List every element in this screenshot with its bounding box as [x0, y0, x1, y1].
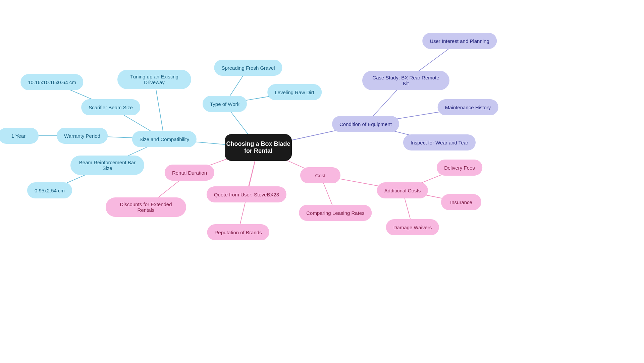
node-quote: Quote from User: SteveBX23: [207, 186, 286, 202]
node-warranty: Warranty Period: [57, 128, 108, 144]
node-size-compat: Size and Compatibility: [132, 131, 197, 147]
node-dim2: 0.95x2.54 cm: [27, 182, 72, 198]
node-yr1: 1 Year: [0, 128, 39, 144]
node-maintenance: Maintenance History: [438, 99, 498, 115]
node-case-study: Case Study: BX Rear Remote Kit: [362, 71, 449, 90]
node-beam-bar: Beam Reinforcement Bar Size: [70, 156, 144, 175]
node-inspect: Inspect for Wear and Tear: [403, 134, 476, 150]
center-node: Choosing a Box Blade for Rental: [225, 134, 292, 161]
node-rental-dur: Rental Duration: [165, 165, 214, 181]
node-type-work: Type of Work: [203, 96, 247, 112]
node-scarifier: Scarifier Beam Size: [81, 99, 140, 115]
node-insurance: Insurance: [441, 194, 481, 210]
node-user-interest: User Interest and Planning: [422, 33, 497, 49]
node-reputation: Reputation of Brands: [207, 224, 269, 240]
node-delivery: Delivery Fees: [437, 160, 482, 176]
node-comparing: Comparing Leasing Rates: [299, 205, 372, 221]
node-damage: Damage Waivers: [386, 219, 439, 235]
node-spreading: Spreading Fresh Gravel: [214, 60, 282, 76]
node-dim1: 10.16x10.16x0.64 cm: [20, 74, 83, 90]
node-cost: Cost: [300, 167, 340, 183]
node-tuning: Tuning up an Existing Driveway: [117, 70, 191, 89]
node-condition: Condition of Equipment: [332, 116, 399, 132]
node-discounts: Discounts for Extended Rentals: [106, 197, 186, 217]
node-additional: Additional Costs: [377, 182, 428, 198]
node-leveling: Leveling Raw Dirt: [267, 84, 322, 100]
